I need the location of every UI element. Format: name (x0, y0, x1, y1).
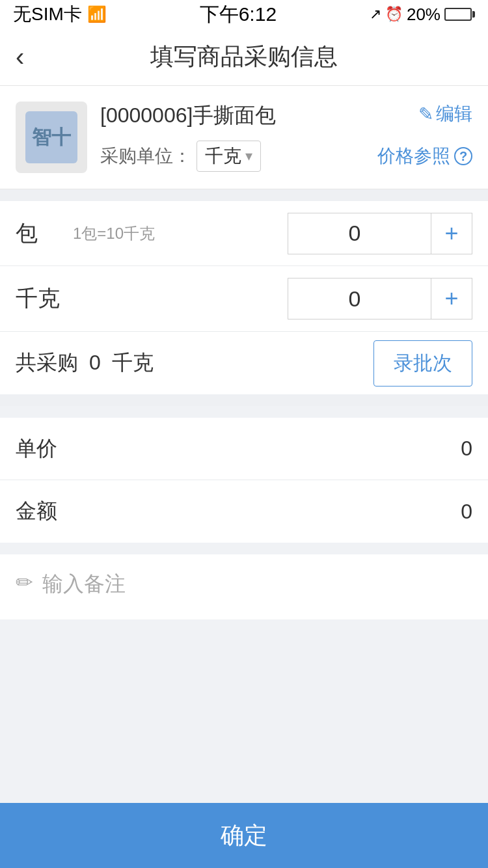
amount-row: 金额 0 (0, 480, 488, 543)
battery-icon (444, 8, 475, 21)
price-ref-label: 价格参照 (377, 144, 450, 169)
logo-text: 智十 (32, 124, 71, 151)
unit-price-row: 单价 0 (0, 418, 488, 480)
product-logo: 智十 (25, 111, 77, 163)
product-name: [0000006]手撕面包 (100, 102, 276, 130)
unit-price-label: 单价 (16, 435, 57, 463)
bag-input-control: + (288, 213, 472, 254)
summary-text: 共采购 0 千克 (16, 349, 154, 377)
bag-hint: 1包=10千克 (73, 223, 288, 244)
bag-input-row: 包 1包=10千克 + (0, 201, 488, 266)
unit-price-value: 0 (461, 437, 472, 461)
nav-bar: ‹ 填写商品采购信息 (0, 29, 488, 86)
divider-1 (0, 189, 488, 201)
remark-placeholder: 输入备注 (42, 570, 126, 599)
status-bar: 无SIM卡 📶 下午6:12 ↗ ⏰ 20% (0, 0, 488, 29)
confirm-button[interactable]: 确定 (221, 820, 267, 852)
battery-text: 20% (407, 5, 441, 25)
price-ref-button[interactable]: 价格参照 ? (377, 144, 472, 169)
bag-input[interactable] (288, 213, 431, 254)
alarm-icon: ⏰ (385, 6, 403, 23)
unit-label: 采购单位： (100, 144, 191, 169)
summary-unit: 千克 (112, 351, 154, 374)
product-name-row: [0000006]手撕面包 ✎ 编辑 (100, 102, 472, 130)
kg-input-row: 千克 + (0, 266, 488, 331)
remark-section[interactable]: ✏ 输入备注 (0, 554, 488, 619)
amount-value: 0 (461, 500, 472, 524)
unit-value: 千克 (205, 144, 241, 169)
kg-input-control: + (288, 278, 472, 319)
info-icon: ? (454, 147, 472, 165)
product-info: [0000006]手撕面包 ✎ 编辑 采购单位： 千克 ▾ 价格参照 ? (100, 102, 472, 172)
confirm-bar[interactable]: 确定 (0, 803, 488, 868)
input-section: 包 1包=10千克 + 千克 + (0, 201, 488, 331)
bag-plus-button[interactable]: + (431, 213, 472, 254)
location-icon: ↗ (370, 6, 381, 23)
summary-row: 共采购 0 千克 录批次 (0, 332, 488, 394)
kg-label: 千克 (16, 284, 68, 314)
divider-2 (0, 394, 488, 406)
kg-plus-button[interactable]: + (431, 278, 472, 319)
record-batch-button[interactable]: 录批次 (373, 340, 472, 387)
carrier-text: 无SIM卡 (13, 2, 82, 27)
unit-select[interactable]: 千克 ▾ (197, 141, 261, 172)
chevron-down-icon: ▾ (245, 148, 252, 165)
amount-label: 金额 (16, 497, 57, 526)
kg-input[interactable] (288, 278, 431, 319)
edit-icon: ✎ (418, 103, 433, 125)
edit-button[interactable]: ✎ 编辑 (418, 102, 472, 126)
price-section: 单价 0 金额 0 (0, 418, 488, 543)
summary-prefix: 共采购 (16, 351, 78, 374)
product-card: 智十 [0000006]手撕面包 ✎ 编辑 采购单位： 千克 ▾ (0, 86, 488, 189)
back-button[interactable]: ‹ (16, 42, 24, 72)
product-image: 智十 (16, 102, 87, 173)
unit-row: 采购单位： 千克 ▾ 价格参照 ? (100, 141, 472, 172)
pencil-icon: ✏ (16, 570, 33, 595)
wifi-icon: 📶 (87, 5, 107, 23)
status-time: 下午6:12 (200, 1, 277, 28)
kg-plus-icon: + (444, 285, 458, 312)
bag-label: 包 (16, 219, 68, 249)
summary-section: 共采购 0 千克 录批次 (0, 331, 488, 394)
status-right: ↗ ⏰ 20% (370, 5, 475, 25)
plus-icon: + (444, 220, 458, 247)
status-left: 无SIM卡 📶 (13, 2, 107, 27)
page-title: 填写商品采购信息 (150, 41, 338, 73)
summary-value: 0 (89, 351, 101, 374)
edit-label: 编辑 (436, 102, 472, 126)
